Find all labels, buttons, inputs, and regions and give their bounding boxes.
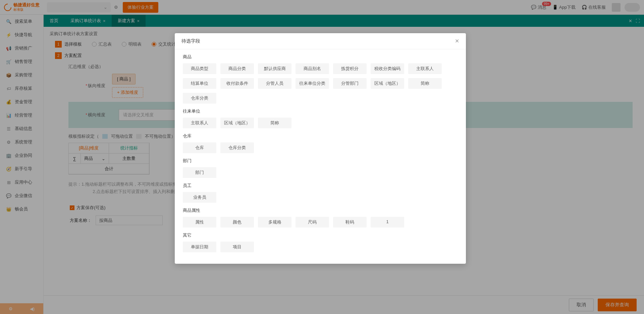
modal-title: 待选字段 (181, 38, 200, 44)
field-chip[interactable]: 部门 (183, 167, 216, 178)
field-chip[interactable]: 颜色 (220, 217, 254, 228)
field-chip[interactable]: 区域（地区） (371, 78, 404, 89)
field-group: 部门部门 (183, 158, 458, 178)
close-icon[interactable]: ✕ (455, 38, 459, 44)
field-group: 商品商品类型商品分类默认供应商商品别名拣货积分税收分类编码主联系人结算单位收付款… (183, 54, 458, 104)
field-chip-row: 业务员 (183, 192, 458, 203)
field-chip[interactable]: 简称 (258, 118, 291, 128)
field-group: 员工业务员 (183, 183, 458, 203)
field-chip[interactable]: 商品别名 (296, 63, 329, 74)
field-chip[interactable]: 属性 (183, 217, 216, 228)
field-group-title: 商品属性 (183, 207, 458, 213)
field-chip-row: 属性颜色多规格尺码鞋码1 (183, 217, 458, 228)
field-chip[interactable]: 仓库分类 (183, 93, 216, 104)
field-chip[interactable]: 简称 (408, 78, 442, 89)
field-chip-row: 单据日期项目 (183, 242, 458, 252)
field-chip[interactable]: 项目 (220, 242, 254, 252)
field-chip[interactable]: 主联系人 (408, 63, 442, 74)
field-chip-row: 仓库仓库分类 (183, 142, 458, 153)
field-chip[interactable]: 往来单位分类 (296, 78, 329, 89)
field-group: 往来单位主联系人区域（地区）简称 (183, 108, 458, 128)
field-group: 其它单据日期项目 (183, 232, 458, 252)
field-chip[interactable]: 收付款条件 (220, 78, 254, 89)
field-chip[interactable]: 尺码 (296, 217, 329, 228)
field-group: 商品属性属性颜色多规格尺码鞋码1 (183, 207, 458, 228)
field-chip[interactable]: 分管人员 (258, 78, 291, 89)
field-chip[interactable]: 鞋码 (333, 217, 367, 228)
field-chip[interactable]: 默认供应商 (258, 63, 291, 74)
field-chip[interactable]: 商品类型 (183, 63, 216, 74)
field-chip-row: 商品类型商品分类默认供应商商品别名拣货积分税收分类编码主联系人结算单位收付款条件… (183, 63, 458, 104)
field-group-title: 商品 (183, 54, 458, 60)
field-group-title: 其它 (183, 232, 458, 238)
field-chip-row: 主联系人区域（地区）简称 (183, 118, 458, 128)
field-chip[interactable]: 业务员 (183, 192, 216, 203)
field-chip[interactable]: 商品分类 (220, 63, 254, 74)
field-chip[interactable]: 仓库 (183, 142, 216, 153)
field-chip[interactable]: 仓库分类 (220, 142, 254, 153)
field-chip[interactable]: 多规格 (258, 217, 291, 228)
modal-body: 商品商品类型商品分类默认供应商商品别名拣货积分税收分类编码主联系人结算单位收付款… (175, 49, 466, 264)
field-group-title: 员工 (183, 183, 458, 189)
field-chip[interactable]: 区域（地区） (220, 118, 254, 128)
field-chip[interactable]: 分管部门 (333, 78, 367, 89)
field-chip-row: 部门 (183, 167, 458, 178)
field-chip[interactable]: 单据日期 (183, 242, 216, 252)
field-chip[interactable]: 税收分类编码 (371, 63, 404, 74)
field-chip[interactable]: 拣货积分 (333, 63, 367, 74)
field-group-title: 仓库 (183, 133, 458, 139)
field-chip[interactable]: 主联系人 (183, 118, 216, 128)
modal-header: 待选字段 ✕ (175, 33, 466, 49)
field-chip[interactable]: 结算单位 (183, 78, 216, 89)
field-picker-modal: 待选字段 ✕ 商品商品类型商品分类默认供应商商品别名拣货积分税收分类编码主联系人… (175, 33, 466, 264)
field-group-title: 往来单位 (183, 108, 458, 114)
field-group-title: 部门 (183, 158, 458, 164)
field-group: 仓库仓库仓库分类 (183, 133, 458, 153)
field-chip[interactable]: 1 (371, 217, 404, 228)
